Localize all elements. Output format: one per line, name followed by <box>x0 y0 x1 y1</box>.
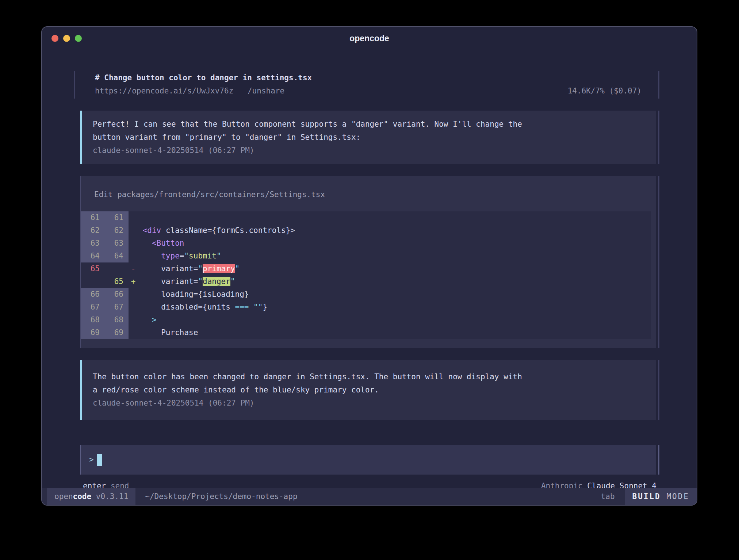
old-line-number: 69 <box>81 326 105 339</box>
mode-spacer <box>661 492 667 501</box>
assistant-message-row: The button color has been changed to dan… <box>74 360 659 420</box>
diff-line: 6969 Purchase <box>81 326 651 339</box>
app-version <box>91 492 96 501</box>
message-text-line: Perfect! I can see that the Button compo… <box>93 118 649 131</box>
app-version-number: v0.3.11 <box>96 492 129 501</box>
code-text: <Button <box>138 237 651 250</box>
close-window-button[interactable] <box>51 35 58 42</box>
diff-line: 6262 <div className={formCs.controls}> <box>81 224 651 237</box>
status-bar: opencode v0.3.11 ~/Desktop/Projects/demo… <box>42 488 697 505</box>
mode-toggle[interactable]: BUILD MODE <box>625 488 697 505</box>
message-text-line: button variant from "primary" to "danger… <box>93 131 649 144</box>
old-line-number: 65 <box>81 262 105 275</box>
message-right-border <box>658 111 659 164</box>
app-version-segment: opencode v0.3.11 <box>47 488 135 505</box>
diff-marker: - <box>129 262 138 275</box>
edit-tool-row: Edit packages/frontend/src/containers/Se… <box>74 176 659 348</box>
prompt-right-border <box>658 445 659 475</box>
message-text-line: a red/rose color scheme instead of the b… <box>93 383 649 396</box>
token-usage-stats: 14.6K/7% ($0.07) <box>568 85 642 96</box>
diff-marker <box>129 237 138 250</box>
old-line-number: 62 <box>81 224 105 237</box>
edit-file-path: Edit packages/frontend/src/containers/Se… <box>81 176 656 211</box>
working-directory: ~/Desktop/Projects/demo-notes-app <box>135 488 307 505</box>
diff-marker: + <box>129 275 138 288</box>
edit-tool-card: Edit packages/frontend/src/containers/Se… <box>80 176 656 348</box>
app-name-code: code <box>73 492 92 501</box>
message-text-line: The button color has been changed to dan… <box>93 370 649 383</box>
code-text: disabled={units === ""} <box>138 301 651 314</box>
header-right-border <box>658 71 659 99</box>
diff-line: 6161 <box>81 211 651 224</box>
diff-line: 65+ variant="danger" <box>81 275 651 288</box>
diff-line: 6868 > <box>81 314 651 326</box>
window-titlebar: opencode <box>42 27 697 50</box>
assistant-message-row: Perfect! I can see that the Button compo… <box>74 111 659 164</box>
prompt-caret: > <box>89 455 94 464</box>
prompt-row: > <box>74 445 659 475</box>
session-title: # Change button color to danger in setti… <box>95 72 642 83</box>
diff-marker <box>129 224 138 237</box>
code-text: <div className={formCs.controls}> <box>138 224 651 237</box>
diff-marker <box>129 314 138 326</box>
new-line-number <box>105 262 129 275</box>
mode-mode-label: MODE <box>666 492 689 501</box>
share-url-link[interactable]: https://opencode.ai/s/UwJxv76z <box>95 87 233 95</box>
new-line-number: 64 <box>105 250 129 262</box>
prompt-input[interactable]: > <box>80 445 656 475</box>
text-cursor <box>97 454 102 466</box>
new-line-number: 69 <box>105 326 129 339</box>
old-line-number: 68 <box>81 314 105 326</box>
window-title: opencode <box>349 34 389 43</box>
app-name-open: open <box>54 492 73 501</box>
message-model-timestamp: claude-sonnet-4-20250514 (06:27 PM) <box>93 396 649 410</box>
code-text: type="submit" <box>138 250 651 262</box>
traffic-lights <box>51 35 82 42</box>
diff-line: 6464 type="submit" <box>81 250 651 262</box>
diff-line: 6666 loading={isLoading} <box>81 288 651 301</box>
zoom-window-button[interactable] <box>75 35 82 42</box>
diff-marker <box>129 326 138 339</box>
session-header: # Change button color to danger in setti… <box>74 71 656 99</box>
session-header-row: # Change button color to danger in setti… <box>74 71 659 99</box>
diff-line: 65- variant="primary" <box>81 262 651 275</box>
session-share-info: https://opencode.ai/s/UwJxv76z /unshare <box>95 85 284 96</box>
new-line-number: 62 <box>105 224 129 237</box>
old-line-number: 61 <box>81 211 105 224</box>
code-text: variant="danger" <box>138 275 651 288</box>
session-content: # Change button color to danger in setti… <box>74 71 659 491</box>
new-line-number: 68 <box>105 314 129 326</box>
message-right-border <box>658 360 659 420</box>
diff-view: 6161 6262 <div className={formCs.control… <box>81 211 651 339</box>
diff-marker <box>129 288 138 301</box>
diff-marker <box>129 211 138 224</box>
code-text: loading={isLoading} <box>138 288 651 301</box>
diff-marker <box>129 250 138 262</box>
new-line-number: 63 <box>105 237 129 250</box>
code-text <box>138 211 651 224</box>
assistant-message: The button color has been changed to dan… <box>80 360 656 420</box>
diff-marker <box>129 301 138 314</box>
minimize-window-button[interactable] <box>63 35 70 42</box>
code-text: Purchase <box>138 326 651 339</box>
code-text: > <box>138 314 651 326</box>
unshare-command[interactable]: /unshare <box>248 87 284 95</box>
diff-line: 6363 <Button <box>81 237 651 250</box>
old-line-number: 67 <box>81 301 105 314</box>
old-line-number <box>81 275 105 288</box>
code-text: variant="primary" <box>138 262 651 275</box>
new-line-number: 67 <box>105 301 129 314</box>
new-line-number: 66 <box>105 288 129 301</box>
status-right-group: tab BUILD MODE <box>591 488 697 505</box>
new-line-number: 65 <box>105 275 129 288</box>
tab-key-hint: tab <box>591 488 625 505</box>
edit-right-border <box>658 176 659 348</box>
session-subheader: https://opencode.ai/s/UwJxv76z /unshare … <box>95 85 642 96</box>
diff-line: 6767 disabled={units === ""} <box>81 301 651 314</box>
old-line-number: 63 <box>81 237 105 250</box>
old-line-number: 64 <box>81 250 105 262</box>
assistant-message: Perfect! I can see that the Button compo… <box>80 111 656 164</box>
old-line-number: 66 <box>81 288 105 301</box>
mode-build-label: BUILD <box>632 492 661 501</box>
status-left-group: opencode v0.3.11 ~/Desktop/Projects/demo… <box>47 488 307 505</box>
